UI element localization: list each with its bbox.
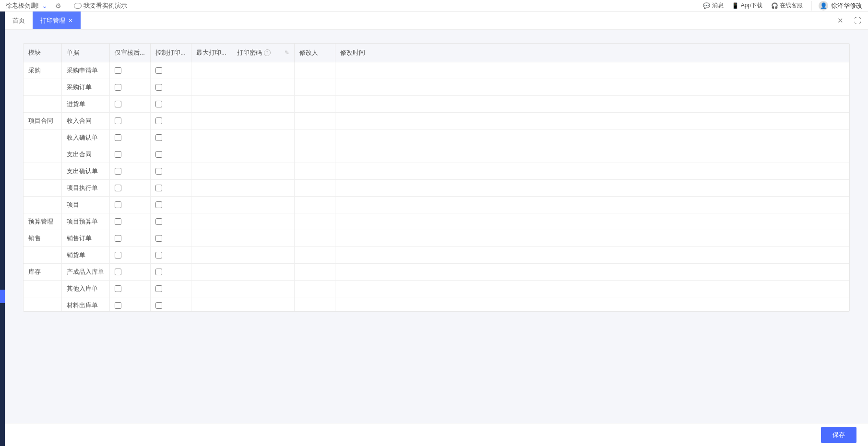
- cell-audit-only: [110, 281, 151, 297]
- checkbox-audit-only[interactable]: [115, 252, 121, 258]
- sidebar-collapsed[interactable]: [0, 12, 5, 446]
- cell-audit-only: [110, 113, 151, 129]
- help-icon[interactable]: ?: [264, 49, 271, 56]
- cell-modifier: [295, 146, 335, 163]
- th-modifier: 修改人: [295, 44, 335, 62]
- cell-doc: 收入确认单: [62, 129, 110, 146]
- messages-link[interactable]: 💬 消息: [703, 1, 724, 10]
- cell-max-print: [191, 281, 232, 297]
- checkbox-control-print[interactable]: [155, 185, 162, 191]
- app-download-link[interactable]: 📱 App下载: [732, 1, 762, 10]
- cell-audit-only: [110, 297, 151, 311]
- checkbox-audit-only[interactable]: [115, 117, 121, 124]
- checkbox-control-print[interactable]: [155, 235, 162, 242]
- checkbox-control-print[interactable]: [155, 151, 162, 158]
- checkbox-audit-only[interactable]: [115, 185, 121, 191]
- cell-audit-only: [110, 264, 151, 280]
- th-password-label: 打印密码: [237, 48, 262, 57]
- cell-doc: 采购申请单: [62, 62, 110, 79]
- cell-doc: 销货单: [62, 247, 110, 263]
- fullscreen-icon[interactable]: ⛶: [852, 15, 863, 26]
- cell-audit-only: [110, 146, 151, 163]
- cell-modifier: [295, 281, 335, 297]
- table-row: 采购订单: [24, 79, 849, 96]
- table-row: 支出确认单: [24, 163, 849, 180]
- table-row: 项目: [24, 197, 849, 213]
- user-name: 徐泽华修改: [831, 1, 862, 10]
- cell-module: [24, 79, 62, 95]
- checkbox-control-print[interactable]: [155, 285, 162, 292]
- table-row: 进货单: [24, 96, 849, 113]
- table-body[interactable]: 采购采购申请单采购订单进货单项目合同收入合同收入确认单支出合同支出确认单项目执行…: [24, 62, 849, 311]
- cell-module: 销售: [24, 230, 62, 246]
- cell-module: [24, 129, 62, 146]
- checkbox-audit-only[interactable]: [115, 101, 121, 107]
- cell-doc: 项目执行单: [62, 180, 110, 196]
- cell-modifier: [295, 62, 335, 79]
- close-all-icon[interactable]: ✕: [834, 15, 846, 26]
- table-row: 销售销售订单: [24, 230, 849, 247]
- cell-audit-only: [110, 129, 151, 146]
- cell-max-print: [191, 264, 232, 280]
- cell-max-print: [191, 113, 232, 129]
- user-menu[interactable]: 👤 徐泽华修改: [811, 1, 862, 11]
- cell-doc: 支出合同: [62, 146, 110, 163]
- checkbox-control-print[interactable]: [155, 302, 162, 309]
- table-row: 其他入库单: [24, 281, 849, 297]
- cell-doc: 收入合同: [62, 113, 110, 129]
- cell-max-print: [191, 297, 232, 311]
- topbar-left: 徐老板勿删! ⌄ ⚙ 我要看实例演示: [6, 1, 703, 10]
- cell-module: [24, 146, 62, 163]
- checkbox-control-print[interactable]: [155, 117, 162, 124]
- checkbox-audit-only[interactable]: [115, 67, 121, 74]
- close-icon[interactable]: ✕: [68, 17, 73, 24]
- tab-print-label: 打印管理: [40, 16, 65, 25]
- checkbox-control-print[interactable]: [155, 67, 162, 74]
- checkbox-audit-only[interactable]: [115, 302, 121, 309]
- tab-print-management[interactable]: 打印管理 ✕: [33, 12, 81, 29]
- checkbox-audit-only[interactable]: [115, 201, 121, 208]
- cell-doc: 销售订单: [62, 230, 110, 246]
- tab-home[interactable]: 首页: [5, 12, 33, 29]
- checkbox-audit-only[interactable]: [115, 151, 121, 158]
- cell-modify-time: [335, 163, 849, 179]
- cell-max-print: [191, 96, 232, 112]
- checkbox-control-print[interactable]: [155, 218, 162, 225]
- topbar-right: 💬 消息 📱 App下载 🎧 在线客服 👤 徐泽华修改: [703, 1, 862, 11]
- cell-module: 项目合同: [24, 113, 62, 129]
- cell-control-print: [151, 96, 191, 112]
- checkbox-control-print[interactable]: [155, 84, 162, 91]
- top-bar: 徐老板勿删! ⌄ ⚙ 我要看实例演示 💬 消息 📱 App下载 🎧 在线客服 👤…: [0, 0, 868, 12]
- cell-control-print: [151, 247, 191, 263]
- checkbox-audit-only[interactable]: [115, 235, 121, 242]
- checkbox-control-print[interactable]: [155, 168, 162, 175]
- checkbox-audit-only[interactable]: [115, 84, 121, 91]
- save-button[interactable]: 保存: [821, 427, 856, 443]
- cell-audit-only: [110, 79, 151, 95]
- gear-icon[interactable]: ⚙: [55, 2, 61, 10]
- cell-control-print: [151, 62, 191, 79]
- cell-password: [232, 96, 295, 112]
- edit-icon[interactable]: ✎: [285, 49, 289, 56]
- checkbox-control-print[interactable]: [155, 252, 162, 258]
- customer-service-link[interactable]: 🎧 在线客服: [771, 1, 803, 10]
- checkbox-control-print[interactable]: [155, 101, 162, 107]
- cell-doc: 项目预算单: [62, 213, 110, 230]
- org-selector[interactable]: 徐老板勿删! ⌄: [6, 1, 48, 10]
- table-header: 模块 单据 仅审核后... 控制打印... 最大打印... 打印密码 ? ✎ 修…: [24, 44, 849, 62]
- checkbox-audit-only[interactable]: [115, 269, 121, 275]
- table-row: 材料出库单: [24, 297, 849, 311]
- cell-doc: 产成品入库单: [62, 264, 110, 280]
- cell-modify-time: [335, 247, 849, 263]
- checkbox-audit-only[interactable]: [115, 285, 121, 292]
- checkbox-control-print[interactable]: [155, 269, 162, 275]
- cell-control-print: [151, 230, 191, 246]
- cell-doc: 支出确认单: [62, 163, 110, 179]
- cell-module: [24, 96, 62, 112]
- checkbox-audit-only[interactable]: [115, 134, 121, 141]
- checkbox-control-print[interactable]: [155, 134, 162, 141]
- demo-link[interactable]: 我要看实例演示: [74, 1, 127, 10]
- checkbox-audit-only[interactable]: [115, 218, 121, 225]
- checkbox-control-print[interactable]: [155, 201, 162, 208]
- checkbox-audit-only[interactable]: [115, 168, 121, 175]
